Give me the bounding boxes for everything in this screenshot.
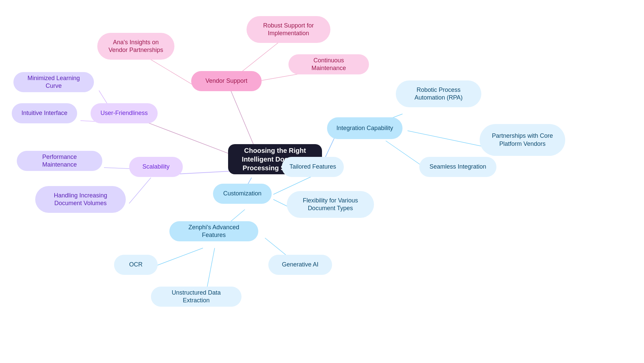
integration-capability-node: Integration Capability — [327, 117, 402, 139]
continuous-maintenance-node: Continuous Maintenance — [288, 54, 369, 74]
anas-insights-label: Ana's Insights on Vendor Partnerships — [105, 39, 167, 54]
performance-maintenance-label: Performance Maintenance — [24, 153, 95, 169]
seamless-integration-node: Seamless Integration — [419, 157, 496, 177]
zenphi-features-label: Zenphi's Advanced Features — [177, 224, 251, 239]
svg-line-16 — [206, 248, 215, 292]
flexibility-node: Flexibility for Various Document Types — [287, 191, 374, 218]
customization-label: Customization — [223, 190, 261, 197]
svg-line-11 — [129, 178, 151, 203]
rpa-label: Robotic Process Automation (RPA) — [403, 86, 474, 102]
unstructured-data-label: Unstructured Data Extraction — [158, 289, 234, 305]
robust-support-node: Robust Support for Implementation — [247, 16, 330, 43]
intuitive-interface-label: Intuitive Interface — [21, 109, 67, 117]
ocr-node: OCR — [114, 255, 158, 275]
intuitive-interface-node: Intuitive Interface — [12, 103, 77, 123]
performance-maintenance-node: Performance Maintenance — [17, 151, 102, 171]
anas-insights-node: Ana's Insights on Vendor Partnerships — [97, 33, 174, 60]
tailored-features-node: Tailored Features — [282, 157, 344, 177]
scalability-label: Scalability — [142, 163, 169, 171]
svg-line-19 — [408, 131, 483, 146]
zenphi-features-node: Zenphi's Advanced Features — [169, 221, 258, 241]
minimized-learning-label: Minimized Learning Curve — [21, 74, 87, 90]
scalability-node: Scalability — [129, 157, 183, 177]
partnerships-label: Partnerships with Core Platform Vendors — [487, 132, 558, 148]
generative-ai-node: Generative AI — [268, 255, 332, 275]
minimized-learning-node: Minimized Learning Curve — [13, 72, 94, 92]
svg-line-1 — [147, 122, 235, 156]
ocr-label: OCR — [129, 261, 143, 268]
robust-support-label: Robust Support for Implementation — [254, 22, 323, 38]
customization-node: Customization — [213, 184, 272, 204]
flexibility-label: Flexibility for Various Document Types — [294, 197, 367, 213]
vendor-support-node: Vendor Support — [191, 71, 262, 91]
unstructured-data-node: Unstructured Data Extraction — [151, 287, 241, 307]
partnerships-node: Partnerships with Core Platform Vendors — [480, 124, 565, 156]
user-friendliness-label: User-Friendliness — [100, 109, 148, 117]
handling-volumes-label: Handling Increasing Document Volumes — [43, 192, 118, 207]
generative-ai-label: Generative AI — [282, 261, 318, 268]
user-friendliness-node: User-Friendliness — [91, 103, 158, 123]
tailored-features-label: Tailored Features — [289, 163, 336, 171]
continuous-maintenance-label: Continuous Maintenance — [296, 57, 362, 72]
vendor-support-label: Vendor Support — [205, 77, 247, 85]
handling-volumes-node: Handling Increasing Document Volumes — [35, 186, 126, 213]
rpa-node: Robotic Process Automation (RPA) — [396, 80, 481, 107]
integration-capability-label: Integration Capability — [336, 124, 393, 132]
seamless-integration-label: Seamless Integration — [429, 163, 486, 171]
